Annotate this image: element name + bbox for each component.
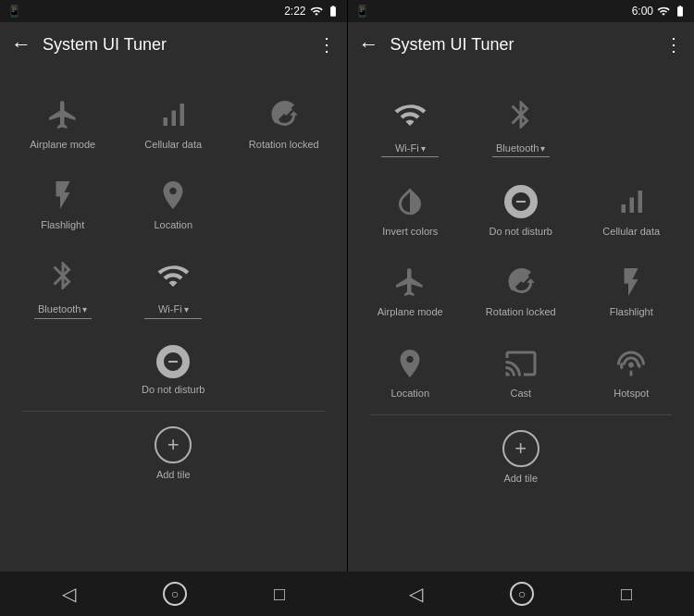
recents-nav-right[interactable]: □ [621, 584, 632, 605]
page-title-right: System UI Tuner [390, 35, 654, 55]
add-tile-icon-right: + [502, 430, 539, 467]
time-right: 6:00 [632, 5, 653, 18]
add-tile-left[interactable]: + Add tile [7, 415, 340, 492]
tile-wifi[interactable]: Wi-Fi ▾ [118, 242, 229, 329]
tile-label-dnd2: Do not disturb [490, 226, 552, 238]
panel-left: ← System UI Tuner ⋮ Airplane mode Cellul… [0, 22, 347, 572]
tile-label-flashlight: Flashlight [41, 219, 84, 231]
separator-left [22, 411, 325, 412]
tile-label-rotation: Rotation locked [249, 139, 319, 151]
tile-bluetooth[interactable]: Bluetooth ▾ [7, 242, 118, 329]
tile-dnd2[interactable]: Do not disturb [465, 168, 576, 249]
tile-label-flashlight2: Flashlight [610, 306, 653, 318]
back-button-left[interactable]: ← [7, 29, 35, 60]
tile-label-cellular: Cellular data [144, 139, 202, 151]
tile-cast[interactable]: Cast [465, 330, 576, 411]
back-nav-right[interactable]: ◁ [409, 583, 423, 605]
tile-label-airplane2: Airplane mode [378, 306, 443, 318]
back-button-right[interactable]: ← [355, 29, 383, 60]
tile-label-wifi: Wi-Fi [158, 303, 182, 315]
tile-location[interactable]: Location [118, 162, 229, 242]
tile-label-location2: Location [390, 388, 429, 400]
tile-invert[interactable]: Invert colors [355, 168, 466, 249]
menu-button-right[interactable]: ⋮ [661, 30, 687, 59]
tile-hotspot[interactable]: Hotspot [576, 330, 688, 411]
tile-location2[interactable]: Location [355, 330, 466, 411]
tile-grid-right: Wi-Fi ▾ Bluetooth ▾ In [355, 81, 688, 411]
status-bar-right: 📱 6:00 [347, 0, 695, 22]
add-tile-icon-left: + [155, 426, 192, 463]
tile-label-airplane: Airplane mode [30, 139, 95, 151]
time-left: 2:22 [284, 5, 305, 18]
tile-label-cellular2: Cellular data [602, 226, 660, 238]
back-nav-left[interactable]: ◁ [62, 583, 76, 605]
tile-wifi2[interactable]: Wi-Fi ▾ [355, 81, 466, 168]
page-title-left: System UI Tuner [43, 35, 306, 55]
toolbar-right: ← System UI Tuner ⋮ [348, 22, 695, 67]
add-tile-label-right: Add tile [503, 473, 538, 485]
recents-nav-left[interactable]: □ [274, 584, 285, 605]
home-nav-right[interactable]: ○ [510, 582, 534, 606]
status-bar-left: 📱 2:22 [0, 0, 347, 22]
bluetooth2-dropdown-arrow[interactable]: ▾ [540, 143, 545, 154]
tile-grid-left: Airplane mode Cellular data Rotation loc… [7, 81, 340, 330]
tile-label-dnd: Do not disturb [142, 384, 204, 396]
toolbar-left: ← System UI Tuner ⋮ [0, 22, 347, 67]
tile-flashlight2[interactable]: Flashlight [576, 249, 688, 329]
tile-flashlight[interactable]: Flashlight [7, 162, 118, 242]
nav-panel-left: ◁ ○ □ [0, 572, 347, 616]
tile-cellular[interactable]: Cellular data [118, 81, 229, 162]
grid-area-right: Wi-Fi ▾ Bluetooth ▾ In [348, 67, 695, 572]
home-nav-left[interactable]: ○ [163, 582, 187, 606]
tile-rotation2[interactable]: Rotation locked [465, 249, 576, 329]
nav-panel-right: ◁ ○ □ [347, 572, 694, 616]
tile-label-location: Location [154, 219, 192, 231]
wifi2-dropdown-arrow[interactable]: ▾ [421, 143, 426, 154]
wifi-dropdown-arrow[interactable]: ▾ [184, 304, 189, 314]
tile-label-cast: Cast [510, 388, 531, 400]
tile-label-bluetooth: Bluetooth [38, 303, 81, 315]
tile-rotation[interactable]: Rotation locked [229, 81, 340, 162]
grid-area-left: Airplane mode Cellular data Rotation loc… [0, 67, 347, 572]
tile-label-wifi2: Wi-Fi [395, 142, 419, 154]
tile-bluetooth2[interactable]: Bluetooth ▾ [465, 81, 576, 168]
tile-label-rotation2: Rotation locked [486, 306, 556, 318]
bluetooth-dropdown-arrow[interactable]: ▾ [82, 304, 87, 314]
menu-button-left[interactable]: ⋮ [314, 30, 340, 59]
add-tile-label-left: Add tile [156, 469, 191, 481]
notification-icon-r: 📱 [355, 5, 369, 18]
notification-icon: 📱 [7, 5, 21, 18]
add-tile-right[interactable]: + Add tile [355, 419, 688, 496]
tile-cellular2[interactable]: Cellular data [576, 168, 688, 249]
tile-label-bluetooth2: Bluetooth [496, 142, 539, 154]
separator-right [370, 414, 673, 415]
bottom-nav: ◁ ○ □ ◁ ○ □ [0, 572, 694, 616]
tile-airplane[interactable]: Airplane mode [7, 81, 118, 162]
tile-label-invert: Invert colors [382, 226, 438, 238]
tile-airplane2[interactable]: Airplane mode [355, 249, 466, 329]
panel-right: ← System UI Tuner ⋮ Wi-Fi ▾ Blue [347, 22, 695, 572]
tile-label-hotspot: Hotspot [613, 388, 649, 400]
tile-dnd[interactable]: Do not disturb [7, 330, 340, 407]
